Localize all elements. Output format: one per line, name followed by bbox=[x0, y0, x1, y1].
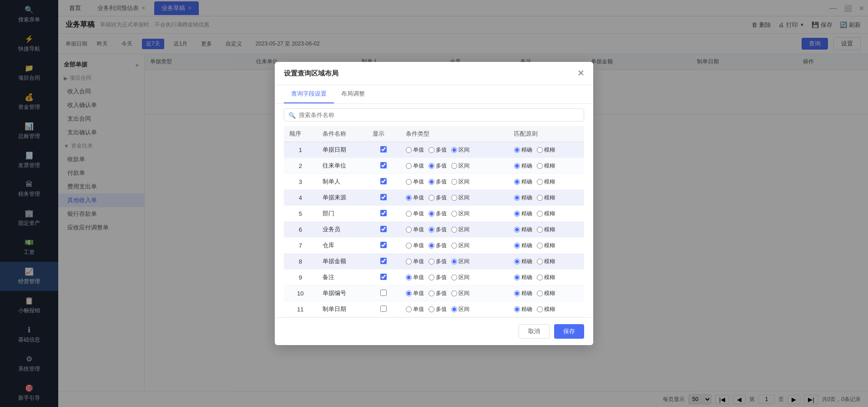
row-show-checkbox[interactable] bbox=[380, 242, 387, 248]
row-type-option[interactable]: 单值 bbox=[406, 274, 424, 281]
modal-config-table: 顺序 条件名称 显示 条件类型 匹配原则 1单据日期单值多值区间精确模糊2往来单… bbox=[284, 126, 584, 317]
row-type-cell: 单值多值区间 bbox=[400, 222, 509, 238]
row-type-option[interactable]: 区间 bbox=[451, 305, 469, 313]
row-match-option[interactable]: 模糊 bbox=[537, 258, 555, 265]
row-order: 2 bbox=[284, 158, 317, 174]
row-name: 单据金额 bbox=[317, 254, 367, 270]
row-name: 单据日期 bbox=[317, 142, 367, 158]
row-match-option[interactable]: 精确 bbox=[514, 178, 532, 186]
modal-table-row: 11制单日期单值多值区间精确模糊 bbox=[284, 301, 584, 317]
row-type-option[interactable]: 区间 bbox=[451, 162, 469, 170]
row-match-cell: 精确模糊 bbox=[509, 206, 584, 222]
row-match-option[interactable]: 精确 bbox=[514, 305, 532, 313]
row-show-checkbox[interactable] bbox=[380, 210, 387, 216]
modal-table-wrap: 顺序 条件名称 显示 条件类型 匹配原则 1单据日期单值多值区间精确模糊2往来单… bbox=[275, 126, 593, 317]
modal-table-row: 3制单人单值多值区间精确模糊 bbox=[284, 174, 584, 190]
row-type-option[interactable]: 区间 bbox=[451, 194, 469, 202]
row-show-checkbox[interactable] bbox=[380, 226, 387, 232]
row-type-option[interactable]: 多值 bbox=[429, 146, 447, 154]
row-match-option[interactable]: 模糊 bbox=[537, 178, 555, 186]
row-type-option[interactable]: 单值 bbox=[406, 210, 424, 218]
row-match-option[interactable]: 模糊 bbox=[537, 305, 555, 313]
row-match-option[interactable]: 精确 bbox=[514, 146, 532, 154]
row-type-option[interactable]: 多值 bbox=[429, 178, 447, 186]
row-show-cell bbox=[367, 190, 400, 206]
row-show-cell bbox=[367, 254, 400, 270]
cancel-button[interactable]: 取消 bbox=[519, 324, 550, 339]
row-order: 4 bbox=[284, 190, 317, 206]
row-match-option[interactable]: 模糊 bbox=[537, 194, 555, 202]
row-match-option[interactable]: 精确 bbox=[514, 242, 532, 249]
row-match-option[interactable]: 精确 bbox=[514, 258, 532, 265]
row-type-option[interactable]: 区间 bbox=[451, 290, 469, 297]
modal-overlay: 设置查询区域布局 ✕ 查询字段设置 布局调整 🔍 bbox=[0, 0, 868, 407]
modal-title: 设置查询区域布局 bbox=[284, 69, 338, 78]
row-match-option[interactable]: 模糊 bbox=[537, 274, 555, 281]
row-match-option[interactable]: 精确 bbox=[514, 226, 532, 234]
row-type-cell: 单值多值区间 bbox=[400, 158, 509, 174]
row-type-option[interactable]: 单值 bbox=[406, 290, 424, 297]
row-type-option[interactable]: 多值 bbox=[429, 162, 447, 170]
modal-save-button[interactable]: 保存 bbox=[554, 324, 584, 339]
row-match-cell: 精确模糊 bbox=[509, 142, 584, 158]
row-type-option[interactable]: 单值 bbox=[406, 194, 424, 202]
row-type-option[interactable]: 单值 bbox=[406, 226, 424, 234]
row-match-option[interactable]: 模糊 bbox=[537, 146, 555, 154]
modal-col-order: 顺序 bbox=[284, 126, 317, 142]
row-type-option[interactable]: 多值 bbox=[429, 258, 447, 265]
row-type-option[interactable]: 多值 bbox=[429, 226, 447, 234]
row-show-checkbox[interactable] bbox=[380, 146, 387, 153]
row-type-option[interactable]: 多值 bbox=[429, 290, 447, 297]
row-type-cell: 单值多值区间 bbox=[400, 285, 509, 301]
row-match-option[interactable]: 精确 bbox=[514, 290, 532, 297]
row-show-checkbox[interactable] bbox=[380, 162, 387, 168]
row-match-option[interactable]: 模糊 bbox=[537, 242, 555, 249]
row-show-cell bbox=[367, 222, 400, 238]
row-show-checkbox[interactable] bbox=[380, 194, 387, 200]
row-type-option[interactable]: 单值 bbox=[406, 242, 424, 249]
row-name: 备注 bbox=[317, 270, 367, 285]
row-match-option[interactable]: 精确 bbox=[514, 210, 532, 218]
row-type-option[interactable]: 多值 bbox=[429, 210, 447, 218]
row-type-option[interactable]: 单值 bbox=[406, 305, 424, 313]
row-type-option[interactable]: 区间 bbox=[451, 210, 469, 218]
row-type-option[interactable]: 区间 bbox=[451, 258, 469, 265]
row-type-option[interactable]: 多值 bbox=[429, 305, 447, 313]
row-type-option[interactable]: 单值 bbox=[406, 162, 424, 170]
row-show-checkbox[interactable] bbox=[380, 178, 387, 184]
row-type-option[interactable]: 单值 bbox=[406, 258, 424, 265]
row-show-checkbox[interactable] bbox=[380, 258, 387, 264]
row-match-option[interactable]: 模糊 bbox=[537, 290, 555, 297]
row-type-option[interactable]: 单值 bbox=[406, 146, 424, 154]
row-type-option[interactable]: 区间 bbox=[451, 146, 469, 154]
modal-tab-layout[interactable]: 布局调整 bbox=[334, 85, 372, 103]
row-match-option[interactable]: 模糊 bbox=[537, 162, 555, 170]
row-type-option[interactable]: 多值 bbox=[429, 274, 447, 281]
modal-close-button[interactable]: ✕ bbox=[577, 68, 584, 78]
row-show-checkbox[interactable] bbox=[380, 290, 387, 296]
modal-search-input[interactable] bbox=[284, 108, 584, 122]
row-match-cell: 精确模糊 bbox=[509, 222, 584, 238]
row-type-option[interactable]: 区间 bbox=[451, 242, 469, 249]
row-type-option[interactable]: 区间 bbox=[451, 178, 469, 186]
row-type-option[interactable]: 多值 bbox=[429, 194, 447, 202]
row-show-checkbox[interactable] bbox=[380, 274, 387, 280]
row-type-option[interactable]: 区间 bbox=[451, 226, 469, 234]
row-type-option[interactable]: 多值 bbox=[429, 242, 447, 249]
modal-tab-field-settings[interactable]: 查询字段设置 bbox=[284, 85, 334, 103]
row-show-cell bbox=[367, 301, 400, 317]
row-order: 8 bbox=[284, 254, 317, 270]
row-show-checkbox[interactable] bbox=[380, 305, 387, 312]
modal-dialog: 设置查询区域布局 ✕ 查询字段设置 布局调整 🔍 bbox=[275, 62, 593, 345]
row-match-option[interactable]: 精确 bbox=[514, 162, 532, 170]
row-type-option[interactable]: 单值 bbox=[406, 178, 424, 186]
row-type-option[interactable]: 区间 bbox=[451, 274, 469, 281]
modal-body: 顺序 条件名称 显示 条件类型 匹配原则 1单据日期单值多值区间精确模糊2往来单… bbox=[275, 126, 593, 317]
modal-col-type: 条件类型 bbox=[400, 126, 509, 142]
row-match-option[interactable]: 精确 bbox=[514, 274, 532, 281]
row-match-option[interactable]: 模糊 bbox=[537, 210, 555, 218]
row-match-cell: 精确模糊 bbox=[509, 254, 584, 270]
modal-col-show: 显示 bbox=[367, 126, 400, 142]
row-match-option[interactable]: 精确 bbox=[514, 194, 532, 202]
row-match-option[interactable]: 模糊 bbox=[537, 226, 555, 234]
